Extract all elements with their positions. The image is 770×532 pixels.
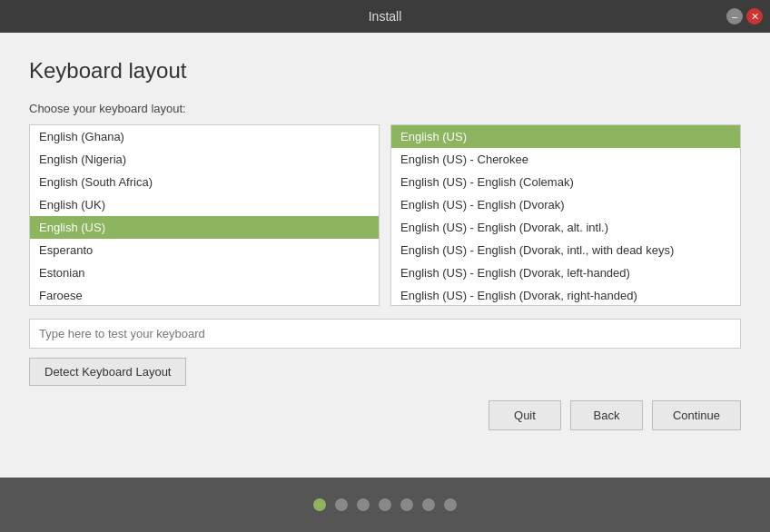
main-content: Keyboard layout Choose your keyboard lay… bbox=[0, 33, 770, 478]
progress-dot-7 bbox=[444, 498, 457, 511]
progress-dot-4 bbox=[379, 498, 391, 511]
test-input-wrapper bbox=[29, 319, 741, 349]
progress-dot-1 bbox=[313, 498, 326, 511]
footer bbox=[0, 478, 770, 532]
window: Install – ✕ Keyboard layout Choose your … bbox=[0, 0, 770, 532]
list-item[interactable]: English (US) - English (Dvorak, right-ha… bbox=[391, 284, 740, 306]
right-list[interactable]: English (US)English (US) - CherokeeEngli… bbox=[390, 124, 741, 306]
list-item[interactable]: English (US) - English (Dvorak) bbox=[391, 193, 740, 216]
progress-dot-2 bbox=[335, 498, 348, 511]
continue-button[interactable]: Continue bbox=[652, 400, 741, 430]
left-list[interactable]: English (Ghana)English (Nigeria)English … bbox=[29, 124, 380, 306]
window-title: Install bbox=[369, 9, 402, 24]
progress-dot-5 bbox=[400, 498, 413, 511]
list-item[interactable]: English (Ghana) bbox=[30, 125, 379, 148]
list-item[interactable]: Estonian bbox=[30, 261, 379, 284]
list-item[interactable]: English (UK) bbox=[30, 193, 379, 216]
list-item[interactable]: English (Nigeria) bbox=[30, 148, 379, 171]
minimize-button[interactable]: – bbox=[726, 8, 743, 25]
titlebar-controls: – ✕ bbox=[726, 8, 763, 25]
bottom-bar: Quit Back Continue bbox=[29, 386, 741, 430]
titlebar: Install – ✕ bbox=[0, 0, 770, 33]
quit-button[interactable]: Quit bbox=[489, 400, 561, 430]
detect-button-wrapper: Detect Keyboard Layout bbox=[29, 349, 741, 386]
choose-label: Choose your keyboard layout: bbox=[29, 102, 741, 115]
list-item[interactable]: English (US) - English (Dvorak, alt. int… bbox=[391, 216, 740, 239]
list-item[interactable]: English (US) - English (Dvorak, left-han… bbox=[391, 261, 740, 284]
detect-keyboard-layout-button[interactable]: Detect Keyboard Layout bbox=[29, 358, 186, 386]
close-button[interactable]: ✕ bbox=[746, 8, 763, 25]
list-item[interactable]: Esperanto bbox=[30, 239, 379, 261]
lists-container: English (Ghana)English (Nigeria)English … bbox=[29, 124, 741, 306]
list-item[interactable]: English (US) bbox=[30, 216, 379, 239]
list-item[interactable]: Faroese bbox=[30, 284, 379, 306]
progress-dot-6 bbox=[422, 498, 435, 511]
page-title: Keyboard layout bbox=[29, 58, 741, 84]
list-item[interactable]: English (US) - English (Colemak) bbox=[391, 171, 740, 193]
back-button[interactable]: Back bbox=[570, 400, 643, 430]
list-item[interactable]: English (South Africa) bbox=[30, 171, 379, 193]
list-item[interactable]: English (US) - English (Dvorak, intl., w… bbox=[391, 239, 740, 261]
list-item[interactable]: English (US) - Cherokee bbox=[391, 148, 740, 171]
progress-dot-3 bbox=[357, 498, 370, 511]
list-item[interactable]: English (US) bbox=[391, 125, 740, 148]
keyboard-test-input[interactable] bbox=[29, 319, 741, 349]
